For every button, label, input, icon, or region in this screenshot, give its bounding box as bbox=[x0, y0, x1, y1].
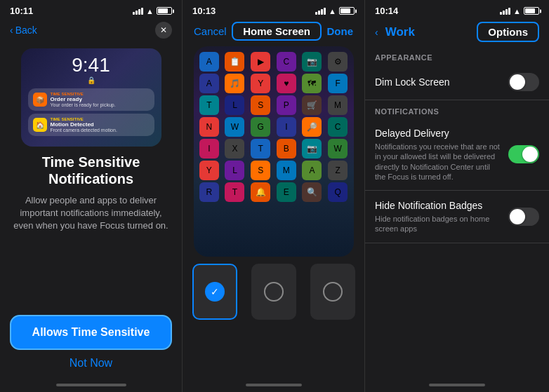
panel-home-screen: 10:13 ▲ Cancel Home Screen Done A 📋 ▶ C bbox=[183, 0, 365, 392]
app-icon: R bbox=[199, 182, 219, 202]
app-icon: 🔍 bbox=[302, 182, 322, 202]
back-button-3[interactable]: ‹ bbox=[375, 27, 378, 38]
notif-body-2: Front camera detected motion. bbox=[51, 128, 150, 133]
options-tab[interactable]: Options bbox=[477, 22, 539, 42]
panel-2-nav: Cancel Home Screen Done bbox=[183, 19, 364, 46]
toggle-thumb-off bbox=[510, 209, 525, 224]
app-icon: Q bbox=[328, 182, 348, 202]
app-icon: C bbox=[328, 117, 348, 137]
app-icon: M bbox=[277, 161, 296, 180]
app-icon: Z bbox=[328, 161, 348, 180]
app-icon: Y bbox=[199, 161, 219, 180]
allows-time-sensitive-button[interactable]: Allows Time Sensitive bbox=[10, 315, 172, 350]
status-bar-3: 10:14 ▲ bbox=[365, 0, 549, 19]
home-indicator-3 bbox=[429, 384, 485, 386]
done-button[interactable]: Done bbox=[326, 25, 353, 37]
hide-badges-label: Hide Notification Badges bbox=[375, 200, 482, 211]
check-icon: ✓ bbox=[205, 282, 225, 302]
home-screen-tab: Home Screen bbox=[232, 22, 322, 41]
panel-time-sensitive: 10:11 ▲ ‹ Back ✕ 9:41 🔒 📦 TIME SENS bbox=[0, 0, 183, 392]
home-screen-preview: A 📋 ▶ C 📷 ⚙ A 🎵 Y ♥ 🗺 F T L S P 🛒 bbox=[194, 46, 354, 257]
work-tab[interactable]: Work bbox=[381, 25, 419, 39]
wifi-icon-2: ▲ bbox=[329, 7, 336, 15]
signal-icon-1 bbox=[133, 8, 143, 15]
app-icon: ▶ bbox=[251, 52, 270, 72]
status-time-2: 10:13 bbox=[192, 6, 216, 16]
app-icon: Y bbox=[251, 74, 270, 93]
lock-icon: 🔒 bbox=[87, 76, 95, 84]
app-icon: B bbox=[277, 139, 296, 158]
page-option-1[interactable]: ✓ bbox=[192, 264, 237, 320]
panel-options: 10:14 ▲ ‹ Work Options APPEARANCE Dim Lo… bbox=[365, 0, 549, 392]
wifi-icon-3: ▲ bbox=[513, 7, 521, 15]
hide-badges-toggle[interactable] bbox=[508, 208, 539, 226]
appearance-section-label: APPEARANCE bbox=[365, 46, 549, 65]
delayed-delivery-desc: Notifications you receive that are not i… bbox=[375, 142, 501, 182]
home-indicator-2 bbox=[246, 384, 302, 386]
app-icon: A bbox=[302, 161, 322, 180]
notif-body-1: Your order is ready for pickup. bbox=[51, 102, 150, 107]
page-option-3[interactable] bbox=[310, 264, 355, 320]
main-desc: Allow people and apps to deliver importa… bbox=[13, 194, 169, 233]
cancel-button[interactable]: Cancel bbox=[194, 25, 227, 37]
status-bar-1: 10:11 ▲ bbox=[0, 0, 182, 19]
dim-lock-screen-toggle[interactable] bbox=[508, 73, 539, 91]
page-selector: ✓ bbox=[192, 264, 355, 320]
app-icon: E bbox=[277, 182, 296, 202]
notif-title-1: Order ready bbox=[51, 96, 150, 102]
lock-screen-preview: 9:41 🔒 📦 TIME SENSITIVE Order ready Your… bbox=[21, 48, 161, 147]
status-icons-3: ▲ bbox=[500, 7, 539, 15]
toggle-thumb bbox=[510, 74, 525, 90]
battery-icon-2 bbox=[339, 7, 355, 15]
app-icon: L bbox=[225, 95, 244, 115]
unchecked-circle bbox=[264, 282, 284, 302]
notif-title-2: Motion Detected bbox=[51, 121, 150, 128]
page-option-2[interactable] bbox=[251, 264, 296, 320]
app-icon: W bbox=[328, 139, 348, 158]
delayed-delivery-row: Delayed Delivery Notifications you recei… bbox=[365, 119, 549, 191]
app-icon: C bbox=[277, 52, 296, 72]
app-icon: 🎵 bbox=[225, 74, 244, 93]
app-icon: X bbox=[225, 139, 244, 158]
back-button[interactable]: ‹ Back bbox=[10, 25, 37, 36]
panel-1-content: Time Sensitive Notifications Allow peopl… bbox=[0, 154, 182, 315]
hide-badges-desc: Hide notification badges on home screen … bbox=[375, 214, 501, 234]
unchecked-circle bbox=[323, 282, 343, 302]
app-icon: ♥ bbox=[277, 74, 296, 93]
not-now-button[interactable]: Not Now bbox=[70, 357, 112, 370]
signal-icon-3 bbox=[500, 8, 510, 15]
app-icon: P bbox=[277, 95, 296, 115]
lock-time: 9:41 bbox=[72, 55, 110, 75]
app-icon: 🔎 bbox=[302, 117, 322, 137]
delayed-delivery-toggle[interactable] bbox=[508, 145, 539, 163]
app-icon: M bbox=[328, 95, 348, 115]
app-icon: S bbox=[251, 161, 270, 180]
chevron-left-icon: ‹ bbox=[10, 25, 13, 36]
app-icon: ⚙ bbox=[328, 52, 348, 72]
app-icon: T bbox=[199, 95, 219, 115]
dim-lock-screen-label: Dim Lock Screen bbox=[375, 76, 450, 88]
app-grid: A 📋 ▶ C 📷 ⚙ A 🎵 Y ♥ 🗺 F T L S P 🛒 bbox=[194, 46, 354, 257]
status-time-1: 10:11 bbox=[10, 6, 33, 16]
toggle-thumb-on bbox=[522, 147, 538, 162]
battery-icon-3 bbox=[524, 7, 539, 15]
chevron-left-icon-3: ‹ bbox=[375, 27, 378, 38]
close-button[interactable]: ✕ bbox=[155, 22, 172, 39]
wifi-icon-1: ▲ bbox=[146, 7, 154, 15]
app-icon: I bbox=[199, 139, 219, 158]
dim-lock-screen-row: Dim Lock Screen bbox=[365, 65, 549, 100]
notification-card-2: 🏠 TIME SENSITIVE Motion Detected Front c… bbox=[28, 114, 154, 136]
status-time-3: 10:14 bbox=[375, 6, 398, 16]
app-icon: L bbox=[225, 161, 244, 180]
app-icon: A bbox=[199, 52, 219, 72]
home-indicator-1 bbox=[56, 384, 126, 386]
main-title: Time Sensitive Notifications bbox=[13, 154, 169, 187]
app-icon: I bbox=[277, 117, 296, 137]
app-icon: W bbox=[225, 117, 244, 137]
app-icon: 📷 bbox=[302, 139, 322, 158]
app-icon: 🔔 bbox=[251, 182, 270, 202]
app-icon: 🛒 bbox=[302, 95, 322, 115]
app-icon: S bbox=[251, 95, 270, 115]
panel-1-nav: ‹ Back ✕ bbox=[0, 19, 182, 44]
signal-icon-2 bbox=[315, 8, 326, 15]
